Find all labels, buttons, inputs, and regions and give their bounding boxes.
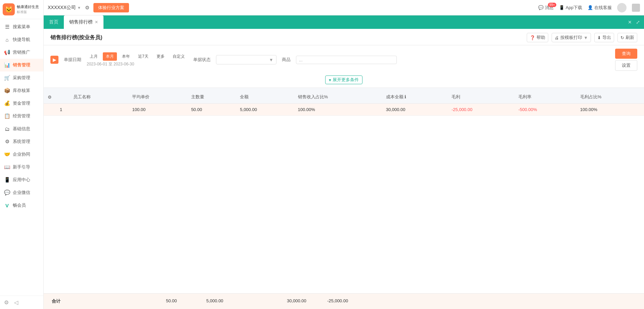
logo-area: 🐱 畅康通好生意 标准版	[0, 0, 43, 19]
sidebar: 🐱 畅康通好生意 标准版 ☰ 搜索菜单 ⌂ 快捷导航 📢 营销推广 📊 销售管理…	[0, 0, 44, 309]
sidebar-item-apps[interactable]: 📱 应用中心	[0, 173, 43, 186]
message-badge: 99+	[548, 3, 556, 7]
th-settings[interactable]: ⚙	[44, 91, 56, 104]
sidebar-item-sales[interactable]: 📊 销售管理	[0, 59, 43, 71]
sidebar-item-guide[interactable]: 📖 新手引导	[0, 161, 43, 173]
table-header: ⚙ 员工名称 平均单价 主数量 全额 销售收入占比% 成本全额 ℹ 毛利 毛利率…	[44, 91, 644, 104]
tab-close-all-icon[interactable]: ✕	[628, 19, 632, 25]
cell-rank: 1	[56, 104, 69, 116]
tab-home-label: 首页	[49, 19, 58, 25]
tab-sales-ranking[interactable]: 销售排行榜 ✕	[64, 15, 103, 29]
tab-expand-icon[interactable]: ⤢	[636, 19, 640, 25]
date-tab-thisyear[interactable]: 本年	[119, 52, 133, 61]
sidebar-collapse-icon[interactable]: ◁	[14, 299, 18, 306]
th-name: 员工名称	[69, 91, 128, 104]
content: 销售排行榜(按业务员) ❓ 帮助 🖨 按模板打印 ▼ ⬇ 导出 ↻ 刷新	[44, 29, 644, 309]
home-icon: ⌂	[4, 37, 10, 43]
refresh-icon: ↻	[620, 35, 624, 40]
date-tab-7days[interactable]: 近7天	[135, 52, 152, 61]
help-button[interactable]: ❓ 帮助	[527, 33, 548, 42]
sidebar-item-basics[interactable]: 🗂 基础信息	[0, 122, 43, 135]
inventory-icon: 📦	[4, 88, 10, 94]
footer-spacer	[243, 297, 283, 306]
cell-name	[69, 104, 128, 116]
search-menu-icon: ☰	[4, 24, 10, 30]
page-title: 销售排行榜(按业务员)	[50, 34, 102, 41]
expand-button[interactable]: ▾ 展开更多条件	[325, 75, 362, 84]
online-service-button[interactable]: 👤 在线客服	[588, 5, 612, 11]
settings-button[interactable]: 设置	[615, 60, 637, 71]
marketing-icon: 📢	[4, 49, 10, 55]
logo-icon: 🐱	[3, 3, 15, 15]
cell-settings	[44, 104, 56, 116]
date-tab-thismonth[interactable]: 本月	[103, 52, 117, 61]
cell-sales-pct: 100.00%	[294, 104, 382, 116]
finance-icon: 💰	[4, 100, 10, 106]
user-avatar[interactable]	[617, 3, 627, 12]
date-range: 2023-06-01 至 2023-06-30	[87, 61, 188, 67]
sidebar-item-system[interactable]: ⚙ 系统管理	[0, 135, 43, 148]
refresh-button[interactable]: ↻ 刷新	[617, 33, 637, 42]
date-tab-custom[interactable]: 自定义	[170, 52, 188, 61]
print-icon: 🖨	[555, 35, 559, 40]
table-body: 1 100.00 50.00 5,000.00 100.00% 30,000.0…	[44, 104, 644, 116]
sidebar-item-purchase[interactable]: 🛒 采购管理	[0, 71, 43, 84]
th-sales-pct: 销售收入占比%	[294, 91, 382, 104]
sidebar-item-inventory[interactable]: 📦 库存核算	[0, 84, 43, 97]
goods-input[interactable]: ...	[296, 56, 397, 64]
tab-close-icon[interactable]: ✕	[95, 20, 98, 24]
filter-arrow-icon[interactable]: ▶	[50, 56, 58, 64]
sidebar-item-wechat[interactable]: 💬 企业微信	[0, 186, 43, 199]
page-header: 销售排行榜(按业务员) ❓ 帮助 🖨 按模板打印 ▼ ⬇ 导出 ↻ 刷新	[44, 29, 644, 45]
tab-home[interactable]: 首页	[44, 15, 64, 29]
table-row: 1 100.00 50.00 5,000.00 100.00% 30,000.0…	[44, 104, 644, 116]
topbar: XXXXXX公司 ▼ ⚙ 体验行业方案 💬 消息 99+ 📱 App下载 👤 在…	[44, 0, 644, 15]
system-icon: ⚙	[4, 139, 10, 145]
print-button[interactable]: 🖨 按模板打印 ▼	[552, 33, 591, 42]
export-button[interactable]: ⬇ 导出	[594, 33, 614, 42]
sidebar-item-operations[interactable]: 📋 经营管理	[0, 110, 43, 122]
tab-bar: 首页 销售排行榜 ✕ ✕ ⤢	[44, 15, 644, 29]
main-area: XXXXXX公司 ▼ ⚙ 体验行业方案 💬 消息 99+ 📱 App下载 👤 在…	[44, 0, 644, 309]
data-table-container: ⚙ 员工名称 平均单价 主数量 全额 销售收入占比% 成本全额 ℹ 毛利 毛利率…	[44, 91, 644, 293]
topbar-settings-icon[interactable]: ⚙	[85, 5, 89, 11]
apps-icon: 📱	[4, 177, 10, 183]
logo-sub: 标准版	[17, 10, 39, 14]
cell-amount: 5,000.00	[236, 104, 294, 116]
date-label: 单据日期	[64, 57, 81, 63]
sidebar-item-finance[interactable]: 💰 资金管理	[0, 97, 43, 110]
sidebar-item-member[interactable]: V 畅会员	[0, 199, 43, 212]
footer-quantity: 50.00	[162, 297, 202, 306]
th-gross: 毛利	[447, 91, 514, 104]
cell-gross-rate: -500.00%	[514, 104, 576, 116]
user-avatar2[interactable]	[632, 4, 640, 12]
th-rank	[56, 91, 69, 104]
sidebar-item-search[interactable]: ☰ 搜索菜单	[0, 20, 43, 33]
sidebar-settings-icon[interactable]: ⚙	[4, 299, 9, 306]
cell-quantity: 50.00	[187, 104, 236, 116]
cell-cost: 30,000.00	[382, 104, 447, 116]
date-tab-lastmonth[interactable]: 上月	[87, 52, 101, 61]
trial-button[interactable]: 体验行业方案	[93, 3, 129, 12]
sidebar-item-quicknav[interactable]: ⌂ 快捷导航	[0, 33, 43, 46]
footer-label: 合计	[48, 297, 162, 306]
sidebar-nav: ☰ 搜索菜单 ⌂ 快捷导航 📢 营销推广 📊 销售管理 🛒 采购管理 📦 库存核…	[0, 19, 43, 296]
message-button[interactable]: 💬 消息 99+	[538, 5, 554, 11]
sidebar-item-marketing[interactable]: 📢 营销推广	[0, 46, 43, 59]
status-label: 单据状态	[193, 57, 211, 63]
status-select[interactable]: ▼	[216, 55, 276, 64]
th-gross-pct: 毛利占比%	[576, 91, 644, 104]
tab-bar-right: ✕ ⤢	[624, 19, 644, 25]
query-button[interactable]: 查询	[615, 49, 637, 59]
app-download-icon: 📱	[559, 5, 564, 10]
filter-actions: 查询 设置	[615, 49, 637, 71]
table-footer: 合计 50.00 5,000.00 30,000.00 -25,000.00	[44, 293, 644, 309]
page-actions: ❓ 帮助 🖨 按模板打印 ▼ ⬇ 导出 ↻ 刷新	[527, 33, 637, 42]
company-selector[interactable]: XXXXXX公司 ▼	[48, 5, 81, 11]
status-value	[219, 57, 223, 63]
online-service-icon: 👤	[588, 5, 593, 10]
date-tab-more[interactable]: 更多	[154, 52, 168, 61]
print-dropdown-arrow: ▼	[584, 35, 588, 40]
app-download-button[interactable]: 📱 App下载	[559, 5, 582, 11]
sidebar-item-collab[interactable]: 🤝 企业协同	[0, 148, 43, 161]
